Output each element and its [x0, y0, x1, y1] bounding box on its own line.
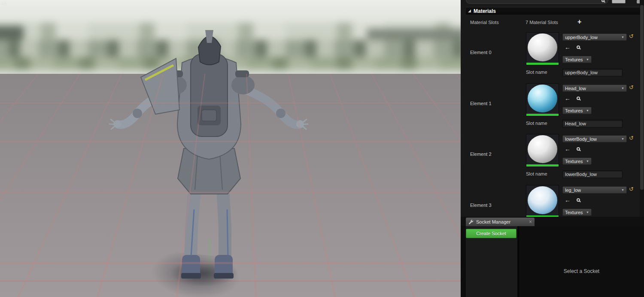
element-label: Element 0 — [470, 50, 492, 55]
textures-label: Textures — [565, 108, 583, 113]
asset-color-bar — [526, 63, 559, 65]
slot-name-input[interactable] — [562, 120, 623, 127]
textures-dropdown-button[interactable]: Textures ▼ — [562, 209, 592, 216]
material-sphere-preview — [528, 135, 557, 163]
category-title: Materials — [474, 8, 496, 14]
textures-label: Textures — [565, 159, 583, 164]
textures-dropdown-button[interactable]: Textures ▼ — [562, 158, 592, 165]
add-material-slot-button[interactable]: + — [577, 18, 581, 26]
slot-name-input[interactable] — [562, 69, 623, 76]
material-thumbnail[interactable] — [526, 83, 559, 116]
wrench-icon — [468, 219, 474, 224]
material-element-row: Element 3 leg_low ▼ ↺ ← Textures ▼ — [461, 181, 644, 217]
asset-color-bar — [526, 114, 559, 116]
browse-to-asset-icon[interactable] — [577, 147, 580, 151]
asset-tools-row: ← — [565, 44, 580, 51]
material-select-dropdown[interactable]: upperBody_low ▼ — [562, 33, 627, 41]
material-element-row: Element 0 upperBody_low ▼ ↺ ← Textures ▼ — [461, 28, 644, 79]
use-selected-asset-icon[interactable]: ← — [565, 44, 571, 50]
chevron-down-icon: ▼ — [621, 36, 624, 39]
search-input[interactable] — [466, 0, 608, 4]
slot-name-label: Slot name — [526, 121, 547, 126]
material-element-row: Element 2 lowerBody_low ▼ ↺ ← Textures ▼ — [461, 130, 644, 181]
materials-category-header[interactable]: Materials — [466, 7, 643, 15]
reset-to-default-icon[interactable]: ↺ — [629, 135, 634, 141]
element-label: Element 3 — [470, 203, 492, 208]
material-select-dropdown[interactable]: leg_low ▼ — [562, 186, 627, 194]
socket-tab-bar: Socket Manager × — [461, 217, 644, 226]
material-name: upperBody_low — [565, 35, 598, 40]
material-thumbnail[interactable] — [526, 134, 559, 167]
expand-arrow-icon — [468, 9, 471, 12]
socket-manager-body: Create Socket Select a Socket — [461, 226, 644, 297]
chevron-down-icon: ▼ — [586, 58, 589, 61]
details-panel: Materials Material Slots 7 Material Slot… — [461, 0, 644, 217]
chevron-down-icon: ▼ — [586, 211, 589, 214]
use-selected-asset-icon[interactable]: ← — [565, 95, 571, 101]
viewport-badge: 45 — [1, 1, 6, 7]
reset-to-default-icon[interactable]: ↺ — [629, 186, 634, 192]
chevron-down-icon: ▼ — [621, 137, 624, 140]
asset-tools-row: ← — [565, 197, 580, 203]
chevron-down-icon: ▼ — [621, 87, 624, 90]
slot-name-label: Slot name — [526, 70, 547, 75]
element-label: Element 1 — [470, 101, 492, 106]
material-name: Head_low — [565, 86, 586, 91]
material-thumbnail[interactable] — [526, 185, 559, 217]
use-selected-asset-icon[interactable]: ← — [565, 197, 571, 203]
character-model — [106, 25, 308, 291]
socket-detail-area: Select a Socket — [519, 226, 644, 297]
asset-color-bar — [526, 164, 559, 167]
textures-dropdown-button[interactable]: Textures ▼ — [562, 107, 592, 114]
empty-state-text: Select a Socket — [564, 268, 599, 274]
browse-to-asset-icon[interactable] — [577, 198, 580, 202]
element-label: Element 2 — [470, 152, 492, 157]
material-thumbnail[interactable] — [526, 32, 559, 65]
material-select-dropdown[interactable]: lowerBody_low ▼ — [562, 135, 627, 142]
close-icon[interactable]: × — [529, 219, 532, 225]
material-name: lowerBody_low — [565, 136, 597, 142]
tab-title: Socket Manager — [476, 219, 526, 224]
chevron-down-icon: ▼ — [621, 188, 624, 191]
asset-tools-row: ← — [565, 95, 580, 102]
search-icon — [601, 0, 605, 2]
reset-to-default-icon[interactable]: ↺ — [629, 85, 634, 90]
material-slots-row: Material Slots 7 Material Slots + — [461, 19, 644, 27]
material-sphere-preview — [528, 33, 557, 61]
socket-list-column: Create Socket — [466, 226, 517, 297]
browse-to-asset-icon[interactable] — [577, 45, 580, 49]
asset-tools-row: ← — [565, 145, 580, 152]
material-slots-label: Material Slots — [470, 20, 499, 25]
socket-manager-panel: Socket Manager × Create Socket Select a … — [461, 217, 644, 297]
material-element-row: Element 1 Head_low ▼ ↺ ← Textures ▼ — [461, 79, 644, 130]
material-sphere-preview — [528, 85, 557, 112]
material-sphere-preview — [528, 186, 557, 214]
details-scrollbar[interactable] — [640, 0, 644, 217]
textures-label: Textures — [565, 210, 583, 215]
material-slots-list: Element 0 upperBody_low ▼ ↺ ← Textures ▼ — [461, 28, 644, 217]
top-right-button[interactable] — [612, 0, 626, 3]
chevron-down-icon: ▼ — [586, 160, 589, 163]
scrollbar-thumb[interactable] — [640, 5, 644, 190]
textures-dropdown-button[interactable]: Textures ▼ — [562, 56, 592, 63]
tab-socket-manager[interactable]: Socket Manager × — [466, 218, 535, 226]
material-select-dropdown[interactable]: Head_low ▼ — [562, 85, 627, 92]
reset-to-default-icon[interactable]: ↺ — [629, 33, 634, 39]
create-socket-button[interactable]: Create Socket — [466, 229, 516, 238]
material-name: leg_low — [565, 188, 581, 193]
chevron-down-icon: ▼ — [586, 109, 589, 112]
slot-name-input[interactable] — [562, 170, 623, 178]
viewport-3d[interactable]: 45 — [0, 0, 461, 297]
textures-label: Textures — [565, 57, 583, 62]
material-slots-count: 7 Material Slots — [526, 20, 558, 25]
use-selected-asset-icon[interactable]: ← — [565, 146, 571, 152]
browse-to-asset-icon[interactable] — [577, 97, 580, 100]
slot-name-label: Slot name — [526, 171, 547, 176]
persona-editor-window: 45 Materials Material Slots 7 Material S… — [0, 0, 644, 297]
